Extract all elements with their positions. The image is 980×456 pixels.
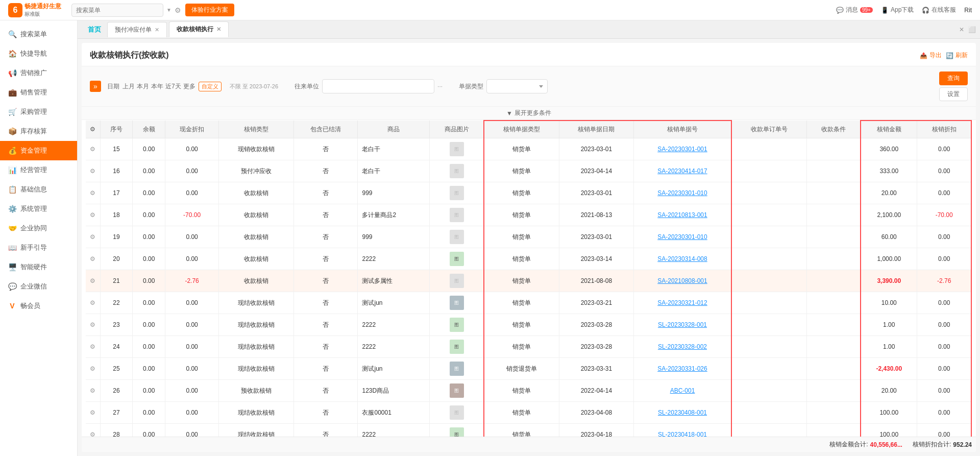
wechat-icon: 💬	[8, 282, 16, 291]
cell-settings[interactable]: ⚙	[86, 138, 100, 160]
export-button[interactable]: 📤 导出	[920, 51, 942, 60]
cell-receipt-condition	[806, 226, 861, 248]
cell-verify-no[interactable]: SL-20230418-001	[634, 424, 731, 437]
cell-settings[interactable]: ⚙	[86, 314, 100, 336]
cell-settings[interactable]: ⚙	[86, 292, 100, 314]
cell-settings[interactable]: ⚙	[86, 248, 100, 270]
tab-prepay[interactable]: 预付冲应付单 ✕	[107, 22, 167, 37]
table-setting-button[interactable]: 设置	[939, 87, 968, 101]
cell-verify-voucher-type: 销货单	[484, 336, 559, 358]
counterpart-dots-icon[interactable]: ···	[437, 83, 443, 90]
cell-settings[interactable]: ⚙	[86, 358, 100, 380]
app-download[interactable]: 📱 App下载	[881, 6, 914, 14]
sidebar-item-quicknav[interactable]: 🏠 快捷导航	[0, 44, 77, 63]
sidebar-item-guide[interactable]: 📖 新手引导	[0, 238, 77, 257]
date-opt-this-month[interactable]: 本月	[137, 82, 149, 91]
col-verify-no: 核销单据号	[634, 121, 731, 138]
cell-receipt-order-no	[731, 138, 806, 160]
cell-verify-no[interactable]: SA-20230301-001	[634, 138, 731, 160]
table-row: ⚙ 24 0.00 0.00 现结收款核销 否 2222 图 销货单 2023-…	[86, 336, 971, 358]
sidebar-item-marketing[interactable]: 📢 营销推广	[0, 63, 77, 83]
sidebar-item-sales[interactable]: 💼 销售管理	[0, 83, 77, 102]
expand-more-button[interactable]: ▼ 展开更多条件	[506, 109, 551, 117]
cell-verify-no[interactable]: SA-20230301-010	[634, 226, 731, 248]
cell-receipt-order-no	[731, 204, 806, 226]
settings-icon[interactable]: ⚙	[175, 6, 181, 14]
sidebar-item-finance[interactable]: 💰 资金管理	[0, 141, 77, 160]
cell-verify-no[interactable]: ABC-001	[634, 380, 731, 402]
cell-verify-no[interactable]: SL-20230328-002	[634, 336, 731, 358]
cell-settings[interactable]: ⚙	[86, 424, 100, 437]
top-bar: 6 畅捷通好生意 标准版 ▼ ⚙ 体验行业方案 💬 消息 99+ 📱 App下载…	[0, 0, 980, 20]
cell-settings[interactable]: ⚙	[86, 160, 100, 182]
voucher-type-select[interactable]	[486, 79, 548, 93]
cell-settings[interactable]: ⚙	[86, 336, 100, 358]
cell-verify-amount: 2,100.00	[861, 204, 917, 226]
cell-settings[interactable]: ⚙	[86, 182, 100, 204]
sidebar: 🔍 搜索菜单 🏠 快捷导航 📢 营销推广 💼 销售管理 🛒 采购管理 📦 库存核…	[0, 20, 78, 456]
sidebar-item-wechat[interactable]: 💬 企业微信	[0, 277, 77, 296]
cell-verify-no[interactable]: SL-20230408-001	[634, 402, 731, 424]
cell-verify-no[interactable]: SA-20230331-026	[634, 358, 731, 380]
sidebar-item-management[interactable]: 📊 经营管理	[0, 160, 77, 180]
cell-cash-discount: 0.00	[165, 424, 219, 437]
col-goods: 商品	[358, 121, 430, 138]
cell-verify-no[interactable]: SA-20230314-008	[634, 248, 731, 270]
cell-verify-date: 2023-03-21	[559, 292, 634, 314]
tab-home[interactable]: 首页	[82, 25, 107, 34]
cell-receipt-condition	[806, 292, 861, 314]
cell-verify-discount: -2.76	[917, 270, 971, 292]
search-icon: 🔍	[8, 30, 16, 38]
cell-verify-no[interactable]: SL-20230328-001	[634, 314, 731, 336]
trial-button[interactable]: 体验行业方案	[185, 4, 234, 16]
cell-settings[interactable]: ⚙	[86, 270, 100, 292]
cell-no: 21	[100, 270, 133, 292]
counterpart-input[interactable]	[322, 79, 434, 93]
cell-receipt-condition	[806, 204, 861, 226]
sidebar-item-member[interactable]: V 畅会员	[0, 296, 77, 316]
filter-expand-button[interactable]: »	[90, 81, 101, 92]
tab-receipt-close-icon[interactable]: ✕	[216, 26, 221, 33]
member-icon: V	[8, 302, 16, 310]
maximize-icon[interactable]: ⬜	[968, 26, 976, 33]
custom-date-button[interactable]: 自定义	[199, 82, 222, 91]
sidebar-item-basic[interactable]: 📋 基础信息	[0, 180, 77, 199]
finance-icon: 💰	[8, 147, 16, 155]
tab-prepay-label: 预付冲应付单	[115, 26, 152, 34]
cell-verify-no[interactable]: SA-20230301-010	[634, 182, 731, 204]
sidebar-item-inventory[interactable]: 📦 库存核算	[0, 122, 77, 141]
cell-settings[interactable]: ⚙	[86, 226, 100, 248]
tab-prepay-close-icon[interactable]: ✕	[155, 27, 159, 33]
cell-verify-no[interactable]: SA-20230321-012	[634, 292, 731, 314]
notification-area[interactable]: 💬 消息 99+	[836, 6, 873, 14]
close-all-icon[interactable]: ✕	[959, 26, 964, 33]
cell-no: 15	[100, 138, 133, 160]
cell-verify-no[interactable]: SA-20210808-001	[634, 270, 731, 292]
cell-verify-no[interactable]: SA-20210813-001	[634, 204, 731, 226]
date-opt-7days[interactable]: 近7天	[165, 82, 181, 91]
query-button[interactable]: 查询	[939, 71, 968, 85]
user-name[interactable]: Rit	[964, 7, 972, 14]
date-opt-last-month[interactable]: 上月	[122, 82, 135, 91]
tab-receipt[interactable]: 收款核销执行 ✕	[169, 21, 229, 37]
refresh-button[interactable]: 🔄 刷新	[946, 51, 968, 60]
cell-receipt-order-no	[731, 226, 806, 248]
online-service[interactable]: 🎧 在线客服	[922, 6, 956, 14]
top-search-input[interactable]	[71, 4, 163, 17]
sidebar-item-system[interactable]: ⚙️ 系统管理	[0, 199, 77, 219]
cell-settings[interactable]: ⚙	[86, 402, 100, 424]
cell-settings[interactable]: ⚙	[86, 204, 100, 226]
cell-no: 18	[100, 204, 133, 226]
sidebar-item-purchase[interactable]: 🛒 采购管理	[0, 102, 77, 122]
date-opt-more[interactable]: 更多	[183, 82, 195, 91]
page-header: 收款核销执行(按收款) 📤 导出 🔄 刷新	[82, 43, 976, 66]
cell-goods-img: 图	[430, 248, 484, 270]
cell-receipt-order-no	[731, 314, 806, 336]
sidebar-item-search[interactable]: 🔍 搜索菜单	[0, 25, 77, 44]
date-opt-this-year[interactable]: 本年	[151, 82, 163, 91]
sidebar-item-collab[interactable]: 🤝 企业协同	[0, 219, 77, 238]
sidebar-item-hardware[interactable]: 🖥️ 智能硬件	[0, 257, 77, 277]
cell-verify-no[interactable]: SA-20230414-017	[634, 160, 731, 182]
total-discount-value: 952.24	[953, 441, 972, 448]
cell-settings[interactable]: ⚙	[86, 380, 100, 402]
